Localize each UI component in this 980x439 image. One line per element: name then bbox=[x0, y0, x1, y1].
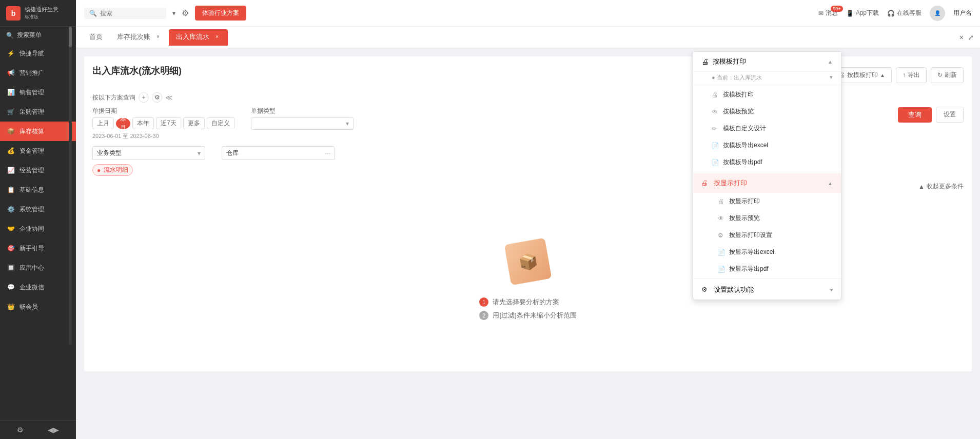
tab-flow[interactable]: 出入库流水 × bbox=[169, 29, 228, 46]
sidebar-item-marketing[interactable]: 📢 营销推广 bbox=[0, 63, 76, 83]
date-options-group: 上月 本月 本年 近7天 更多 自定义 bbox=[92, 117, 234, 129]
date-btn-7days[interactable]: 近7天 bbox=[156, 117, 181, 129]
topbar-dropdown-arrow[interactable]: ▾ bbox=[172, 10, 175, 17]
display-section-arrow: ▲ bbox=[828, 181, 833, 186]
business-type-field: 业务类型 ▾ bbox=[92, 146, 205, 160]
app-download-button[interactable]: 📱 App下载 bbox=[846, 9, 879, 17]
tab-batch-close-icon[interactable]: × bbox=[154, 33, 162, 41]
tab-batch[interactable]: 库存批次账 × bbox=[110, 29, 169, 46]
trial-button[interactable]: 体验行业方案 bbox=[195, 6, 246, 21]
sidebar-item-app-center[interactable]: 🔲 应用中心 bbox=[0, 258, 76, 277]
sidebar-item-finance[interactable]: 💰 资金管理 bbox=[0, 141, 76, 161]
dropdown-header-printer-icon: 🖨 bbox=[701, 57, 709, 66]
sidebar-item-sales[interactable]: 📊 销售管理 bbox=[0, 83, 76, 102]
dropdown-item-template-export-excel[interactable]: 📄 按模板导出excel bbox=[693, 137, 841, 154]
dropdown-header[interactable]: 🖨 按模板打印 ▲ bbox=[693, 52, 841, 72]
sidebar-item-operations[interactable]: 📈 经营管理 bbox=[0, 161, 76, 180]
collapse-sidebar-icon[interactable]: ◀▶ bbox=[48, 426, 59, 434]
filter-collapse-icon[interactable]: ≪ bbox=[165, 93, 173, 102]
dropdown-display-print-section[interactable]: 🖨 按显示打印 ▲ bbox=[693, 173, 841, 193]
table-settings-button[interactable]: 设置 bbox=[936, 107, 964, 123]
dropdown-item-display-export-pdf[interactable]: 📄 按显示导出pdf bbox=[693, 261, 841, 277]
dropdown-item-display-export-excel[interactable]: 📄 按显示导出excel bbox=[693, 244, 841, 261]
message-button[interactable]: ✉ 消息 99+ bbox=[818, 9, 838, 17]
sidebar-item-guide[interactable]: 🎯 新手引导 bbox=[0, 238, 76, 258]
dropdown-item-template-print[interactable]: 🖨 按模板打印 bbox=[693, 86, 841, 103]
dropdown-item-template-preview[interactable]: 👁 按模板预览 bbox=[693, 103, 841, 120]
sidebar-item-member[interactable]: 👑 畅会员 bbox=[0, 297, 76, 316]
template-print-item-icon: 🖨 bbox=[712, 91, 719, 98]
collapse-up-icon: ▲ bbox=[918, 183, 925, 190]
close-tab-icon[interactable]: × bbox=[959, 33, 964, 42]
user-avatar[interactable]: 👤 bbox=[930, 6, 945, 21]
template-preview-item-label: 按模板预览 bbox=[723, 107, 754, 116]
empty-step-2: 2 用[过滤]条件来缩小分析范围 bbox=[479, 309, 576, 322]
message-icon: ✉ bbox=[818, 10, 824, 17]
date-btn-year[interactable]: 本年 bbox=[132, 117, 154, 129]
date-range-text: 2023-06-01 至 2023-06-30 bbox=[92, 132, 234, 140]
topbar-search-input[interactable] bbox=[100, 10, 151, 17]
app-name: 畅捷通好生意 bbox=[25, 6, 58, 13]
sidebar-item-quick-nav[interactable]: ⚡ 快捷导航 bbox=[0, 44, 76, 63]
date-btn-current-month[interactable]: 本月 bbox=[116, 118, 130, 129]
export-btn-label: 导出 bbox=[908, 71, 920, 79]
date-btn-last-month[interactable]: 上月 bbox=[92, 117, 114, 129]
system-icon: ⚙️ bbox=[6, 205, 15, 214]
dropdown-item-template-export-pdf[interactable]: 📄 按模板导出pdf bbox=[693, 154, 841, 171]
sidebar-item-wechat[interactable]: 💬 企业微信 bbox=[0, 277, 76, 297]
refresh-icon: ↻ bbox=[937, 71, 943, 78]
dropdown-item-display-print[interactable]: 🖨 按显示打印 bbox=[693, 193, 841, 210]
display-section-left: 🖨 按显示打印 bbox=[701, 178, 747, 188]
sales-icon: 📊 bbox=[6, 88, 15, 97]
tab-flow-close-icon[interactable]: × bbox=[213, 33, 221, 41]
username-label[interactable]: 用户名 bbox=[953, 9, 972, 17]
sidebar-item-basic[interactable]: 📋 基础信息 bbox=[0, 180, 76, 199]
sidebar-scrollbar[interactable] bbox=[69, 27, 72, 345]
filter-add-button[interactable]: + bbox=[139, 92, 149, 103]
display-pdf-item-label: 按显示导出pdf bbox=[729, 265, 769, 273]
sidebar-item-system[interactable]: ⚙️ 系统管理 bbox=[0, 199, 76, 219]
business-type-select[interactable]: 业务类型 ▾ bbox=[92, 146, 205, 160]
sidebar-item-label: 企业微信 bbox=[19, 283, 44, 292]
display-excel-item-label: 按显示导出excel bbox=[729, 248, 774, 256]
topbar-search-box[interactable]: 🔍 bbox=[84, 8, 166, 19]
topbar-settings-icon[interactable]: ⚙ bbox=[182, 8, 189, 18]
sidebar-item-inventory[interactable]: 📦 库存核算 bbox=[0, 122, 76, 141]
sidebar-item-purchase[interactable]: 🛒 采购管理 bbox=[0, 102, 76, 122]
collapse-label: 收起更多条件 bbox=[927, 182, 964, 191]
sidebar: b 畅捷通好生意 标准版 🔍 搜索菜单 ⚡ 快捷导航 📢 营销推广 📊 销售管理… bbox=[0, 0, 76, 439]
sidebar-search[interactable]: 🔍 搜索菜单 bbox=[0, 27, 76, 44]
dropdown-item-template-custom[interactable]: ✏ 模板自定义设计 bbox=[693, 120, 841, 137]
service-button[interactable]: 🎧 在线客服 bbox=[887, 9, 922, 17]
app-version: 标准版 bbox=[25, 14, 58, 21]
export-button[interactable]: ↑ 导出 bbox=[896, 67, 927, 83]
purchase-icon: 🛒 bbox=[6, 107, 15, 116]
sidebar-item-label: 应用中心 bbox=[19, 264, 44, 272]
display-print-item-icon: 🖨 bbox=[718, 198, 725, 205]
expand-tab-icon[interactable]: ⤢ bbox=[968, 33, 974, 42]
date-btn-custom[interactable]: 自定义 bbox=[207, 117, 234, 129]
query-button[interactable]: 查询 bbox=[898, 107, 932, 123]
business-type-arrow: ▾ bbox=[198, 150, 201, 157]
dropdown-item-display-preview[interactable]: 👁 按显示预览 bbox=[693, 210, 841, 227]
dropdown-item-display-print-settings[interactable]: ⚙ 按显示打印设置 bbox=[693, 227, 841, 244]
sidebar-item-collab[interactable]: 🤝 企业协同 bbox=[0, 219, 76, 238]
warehouse-select[interactable]: 仓库 ··· bbox=[222, 146, 335, 160]
date-btn-more[interactable]: 更多 bbox=[183, 117, 205, 129]
dropdown-header-left: 🖨 按模板打印 bbox=[701, 57, 746, 66]
voucher-type-select[interactable]: ▾ bbox=[251, 117, 354, 130]
filter-gear-button[interactable]: ⚙ bbox=[152, 92, 162, 103]
dropdown-set-default-section[interactable]: ⚙ 设置默认功能 ▾ bbox=[693, 280, 841, 300]
basic-icon: 📋 bbox=[6, 185, 15, 194]
divider-2 bbox=[693, 172, 841, 172]
sidebar-item-label: 基础信息 bbox=[19, 186, 44, 194]
page-title: 出入库流水(流水明细) bbox=[92, 65, 182, 77]
settings-gear-icon[interactable]: ⚙ bbox=[17, 426, 24, 434]
tab-home[interactable]: 首页 bbox=[82, 29, 110, 46]
quick-nav-icon: ⚡ bbox=[6, 49, 15, 58]
filter-label-text: 按以下方案查询 bbox=[92, 93, 135, 102]
step2-num: 2 bbox=[479, 311, 488, 320]
refresh-button[interactable]: ↻ 刷新 bbox=[931, 67, 964, 83]
app-download-label: App下载 bbox=[856, 9, 879, 17]
filter-tag-icon: ● bbox=[97, 167, 101, 174]
